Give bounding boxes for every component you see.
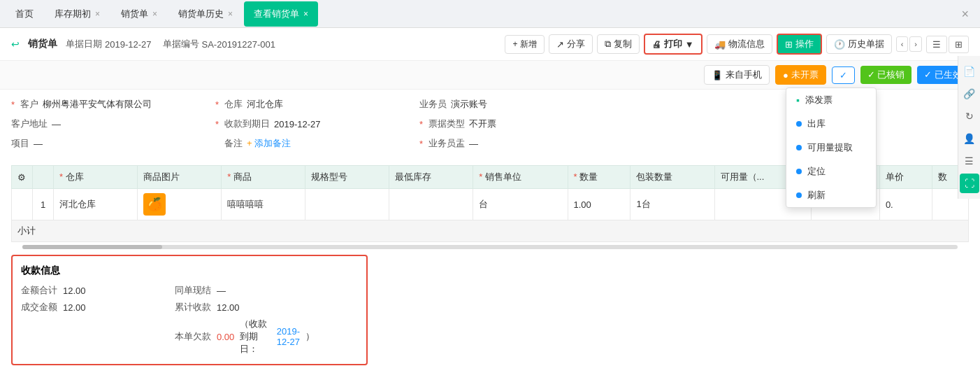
- sidebar-user-icon[interactable]: 👤: [960, 129, 979, 148]
- payment-section: 收款信息 金额合计 12.00 同单现结 — 成交金额 12.00 累计收款 1…: [11, 255, 368, 365]
- row-unit: 台: [473, 189, 568, 220]
- due-payment-item: 本单欠款 0.00 （收款到期日： 2019-12-27 ）: [175, 318, 315, 356]
- tab-close-view[interactable]: ×: [303, 9, 308, 19]
- dropdown-refresh[interactable]: 刷新: [786, 183, 876, 207]
- address-field: 客户地址 —: [11, 118, 193, 130]
- col-image: 商品图片: [138, 166, 222, 189]
- right-sidebar: 📄 🔗 ↻ 👤 ☰ ⛶: [958, 56, 980, 199]
- total-amount-item: 金额合计 12.00: [21, 284, 161, 297]
- operate-button[interactable]: ⊞ 操作: [777, 34, 822, 55]
- nav-arrows: ‹ ›: [896, 36, 922, 52]
- doc-header: ↩ 销货单 单据日期 2019-12-27 单据编号 SA-20191227-0…: [0, 28, 980, 61]
- tab-inventory-init[interactable]: 库存期初 ×: [45, 1, 110, 27]
- verified-button[interactable]: ✓ 已核销: [860, 66, 912, 84]
- sidebar-link-icon[interactable]: 🔗: [960, 84, 979, 104]
- col-quantity: * 数量: [568, 166, 630, 189]
- check-icon: ✓: [840, 70, 847, 80]
- payment-grid: 金额合计 12.00 同单现结 — 成交金额 12.00 累计收款 12.00: [21, 284, 358, 356]
- row-unit-price: 0.: [879, 189, 932, 220]
- same-order-item: 同单现结 —: [175, 284, 315, 297]
- copy-icon: ⧉: [605, 38, 611, 50]
- col-package: 包装数量: [630, 166, 714, 189]
- sidebar-list-icon[interactable]: ☰: [960, 151, 979, 171]
- project-field: 项目 —: [11, 137, 193, 150]
- required-mark: *: [11, 99, 15, 110]
- outbound-dot: [796, 121, 802, 127]
- tab-sales-history[interactable]: 销货单历史 ×: [168, 1, 243, 27]
- col-unit-price: 单价: [879, 166, 932, 189]
- horizontal-scrollbar[interactable]: [22, 245, 958, 249]
- required-mark: *: [419, 139, 423, 149]
- print-icon: 🖨: [652, 39, 661, 50]
- operate-grid-icon: ⊞: [785, 39, 793, 50]
- grid-view-button[interactable]: ⊞: [949, 36, 969, 53]
- next-button[interactable]: ›: [909, 36, 922, 52]
- add-remark-button[interactable]: + 添加备注: [247, 137, 291, 150]
- sidebar-expand-icon[interactable]: ⛶: [960, 174, 979, 193]
- dropdown-menu: ▪ 添发票 出库 可用量提取 定位 刷新: [786, 87, 877, 208]
- tab-close-sales[interactable]: ×: [152, 9, 157, 19]
- required-mark: *: [419, 119, 423, 129]
- toolbar-row: 📱 来自手机 ● 未开票 ✓ ✓ 已核销 ✓ 已生效: [0, 61, 980, 90]
- sidebar-doc-icon[interactable]: 📄: [960, 62, 979, 81]
- share-button[interactable]: ↗ 分享: [549, 34, 593, 54]
- dropdown-available-extract[interactable]: 可用量提取: [786, 136, 876, 160]
- list-view-button[interactable]: ☰: [926, 36, 947, 53]
- history-button[interactable]: 🕐 历史单据: [826, 34, 892, 54]
- truck-icon: 🚚: [714, 39, 726, 50]
- extract-dot: [796, 145, 802, 150]
- row-package: 1台: [630, 189, 714, 220]
- scroll-thumb[interactable]: [22, 245, 162, 249]
- remark-field: * 备注 + 添加备注: [215, 137, 397, 150]
- business-person2-field: * 业务员盂 —: [419, 137, 601, 150]
- from-phone-button[interactable]: 📱 来自手机: [704, 65, 770, 85]
- row-spec: [305, 189, 389, 220]
- col-spec: 规格型号: [305, 166, 389, 189]
- dropdown-locate[interactable]: 定位: [786, 160, 876, 183]
- logistics-button[interactable]: 🚚 物流信息: [707, 34, 772, 54]
- share-icon: ↗: [556, 39, 564, 50]
- required-mark: *: [215, 99, 219, 110]
- tab-close-inventory[interactable]: ×: [95, 9, 100, 19]
- not-open-button[interactable]: ● 未开票: [775, 65, 826, 85]
- tab-home[interactable]: 首页: [6, 1, 43, 27]
- doc-meta: 单据日期 2019-12-27 单据编号 SA-20191227-001: [66, 38, 275, 50]
- row-product: 嘻嘻嘻嘻: [222, 189, 305, 220]
- phone-icon: 📱: [712, 70, 723, 80]
- col-min-stock: 最低库存: [389, 166, 473, 189]
- new-button[interactable]: + 新增: [505, 35, 544, 54]
- required-mark: *: [215, 119, 219, 129]
- subtotal-label: 小计: [12, 220, 969, 242]
- invoice-icon: ▪: [796, 94, 800, 106]
- tab-bar: 首页 库存期初 × 销货单 × 销货单历史 × 查看销货单 × ×: [0, 0, 980, 28]
- col-warehouse: * 仓库: [54, 166, 138, 189]
- doc-icon: ↩: [11, 38, 20, 50]
- prev-button[interactable]: ‹: [896, 36, 909, 52]
- row-num: 1: [33, 189, 54, 220]
- main-close-button[interactable]: ×: [961, 6, 969, 21]
- row-quantity: 1.00: [568, 189, 630, 220]
- transaction-item: 成交金额 12.00: [21, 301, 161, 314]
- tab-view-sales[interactable]: 查看销货单 ×: [244, 1, 318, 27]
- row-warehouse: 河北仓库: [54, 189, 138, 220]
- copy-button[interactable]: ⧉ 复制: [597, 34, 640, 54]
- tab-sales-order[interactable]: 销货单 ×: [111, 1, 167, 27]
- dropdown-outbound[interactable]: 出库: [786, 112, 876, 136]
- sidebar-refresh-icon[interactable]: ↻: [960, 106, 979, 126]
- subtotal-row: 小计: [12, 220, 969, 242]
- customer-field: * 客户 柳州粤港平安气体有限公司: [11, 98, 193, 111]
- payment-due-field: * 收款到期日 2019-12-27: [215, 118, 397, 130]
- doc-title: 销货单: [28, 38, 57, 50]
- payment-title: 收款信息: [21, 265, 358, 277]
- check-button[interactable]: ✓: [832, 66, 855, 84]
- print-button[interactable]: 🖨 打印 ▼: [645, 35, 701, 53]
- product-image: 🍊: [143, 193, 166, 216]
- print-highlight-box: 🖨 打印 ▼: [644, 34, 702, 55]
- ticket-type-field: * 票据类型 不开票: [419, 118, 601, 130]
- col-unit: * 销售单位: [473, 166, 568, 189]
- locate-dot: [796, 169, 802, 174]
- dropdown-add-invoice[interactable]: ▪ 添发票: [786, 88, 876, 112]
- spacer-item: [21, 318, 161, 356]
- tab-close-history[interactable]: ×: [228, 9, 233, 19]
- doc-date-label: 单据日期 2019-12-27: [66, 38, 152, 50]
